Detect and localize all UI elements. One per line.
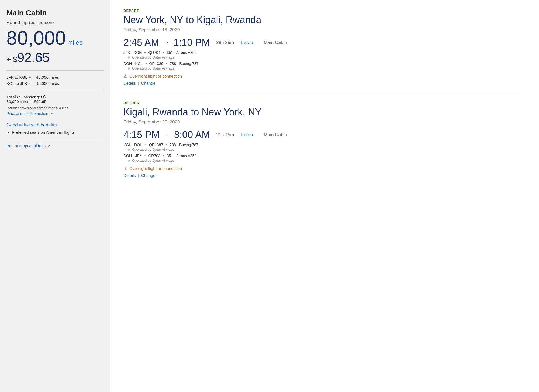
route-row-1: JFK to KGL → 40,000 miles bbox=[6, 75, 104, 80]
return-section-label: RETURN bbox=[123, 101, 526, 105]
depart-seg1-flight: QR704 bbox=[148, 50, 160, 55]
dot-2 bbox=[163, 52, 164, 53]
dot-7 bbox=[144, 155, 146, 156]
depart-seg2-aircraft: 788 - Boeing 787 bbox=[170, 61, 199, 66]
depart-arrive-time: 1:10 PM bbox=[174, 37, 210, 48]
depart-date: Friday, September 18, 2020 bbox=[123, 27, 526, 33]
total-value: 80,000 miles + $92.65 bbox=[6, 99, 104, 104]
return-separator: | bbox=[138, 173, 139, 178]
return-section: RETURN Kigali, Rwanda to New York, NY Fr… bbox=[123, 101, 526, 178]
depart-duration: 28h 25m bbox=[216, 40, 234, 45]
total-section: Total (all passengers) 80,000 miles + $9… bbox=[6, 95, 104, 104]
return-arrive-time: 8:00 AM bbox=[174, 129, 210, 140]
return-arrow-icon: → bbox=[164, 131, 170, 138]
depart-details-link[interactable]: Details bbox=[123, 81, 136, 85]
total-qualifier: (all passengers) bbox=[17, 95, 46, 99]
dot-1 bbox=[144, 52, 146, 53]
route-row-2: KGL to JFK ← 40,000 miles bbox=[6, 81, 104, 86]
depart-seg2-operated: Operated by Qatar Airways bbox=[132, 66, 174, 70]
depart-depart-time: 2:45 AM bbox=[123, 37, 159, 48]
route-miles-2: 40,000 miles bbox=[36, 81, 59, 86]
return-overnight-row: ⚠ Overnight flight or connection bbox=[123, 166, 526, 171]
good-value-title: Good value with benefits bbox=[6, 122, 104, 128]
section-divider bbox=[123, 93, 526, 93]
depart-separator: | bbox=[138, 81, 139, 85]
route-arrow-1: → bbox=[28, 75, 36, 80]
benefits-list: Preferred seats on American flights bbox=[6, 130, 104, 135]
miles-row: 80,000 miles bbox=[6, 27, 104, 49]
miles-amount: 80,000 bbox=[6, 27, 66, 49]
dot-5 bbox=[145, 144, 146, 145]
cash-row: + $92.65 bbox=[6, 50, 104, 65]
return-seg1-operated: Operated by Qatar Airways bbox=[132, 147, 174, 152]
depart-seg1-operated-row: Operated by Qatar Airways bbox=[128, 55, 526, 59]
bag-fees-link[interactable]: Bag and optional fees ↗ bbox=[6, 143, 50, 148]
depart-cabin: Main Cabin bbox=[264, 40, 287, 45]
return-action-row: Details | Change bbox=[123, 173, 526, 178]
cabin-title: Main Cabin bbox=[6, 9, 104, 17]
return-date: Friday, September 25, 2020 bbox=[123, 119, 526, 125]
return-depart-time: 4:15 PM bbox=[123, 129, 160, 140]
cash-prefix: + $ bbox=[6, 55, 17, 64]
total-bold: Total bbox=[6, 95, 16, 99]
total-label: Total (all passengers) bbox=[6, 95, 104, 99]
return-seg1-aircraft: 788 - Boeing 787 bbox=[170, 143, 198, 147]
depart-overnight-row: ⚠ Overnight flight or connection bbox=[123, 74, 526, 79]
tax-note: Includes taxes and carrier-imposed fees bbox=[6, 106, 104, 110]
return-segment-2-row: DOH - JFK QR703 351 - Airbus A350 bbox=[123, 154, 526, 158]
depart-change-link[interactable]: Change bbox=[141, 81, 156, 85]
sidebar: Main Cabin Round trip (per person) 80,00… bbox=[0, 0, 110, 392]
depart-overnight-label: Overnight flight or connection bbox=[129, 74, 182, 78]
return-details-link[interactable]: Details bbox=[123, 173, 136, 178]
depart-section-label: DEPART bbox=[123, 9, 526, 13]
dot-8 bbox=[163, 155, 164, 156]
depart-time-row: 2:45 AM → 1:10 PM 28h 25m 1 stop Main Ca… bbox=[123, 37, 526, 48]
dot-6 bbox=[166, 144, 167, 145]
return-warning-icon: ⚠ bbox=[123, 166, 127, 171]
depart-warning-icon: ⚠ bbox=[123, 74, 127, 79]
depart-section: DEPART New York, NY to Kigali, Rwanda Fr… bbox=[123, 9, 526, 85]
return-cabin: Main Cabin bbox=[264, 132, 287, 137]
depart-seg2-flight: QR1389 bbox=[149, 61, 163, 66]
operated-icon-3 bbox=[128, 149, 130, 151]
price-tax-label: Price and tax information bbox=[6, 111, 48, 116]
depart-seg2-operated-row: Operated by Qatar Airways bbox=[128, 66, 526, 70]
return-route-title: Kigali, Rwanda to New York, NY bbox=[123, 106, 526, 118]
depart-seg1-aircraft: 351 - Airbus A350 bbox=[167, 50, 197, 55]
return-seg1-operated-row: Operated by Qatar Airways bbox=[128, 147, 526, 152]
price-tax-link[interactable]: Price and tax information ↗ bbox=[6, 111, 53, 116]
depart-route-title: New York, NY to Kigali, Rwanda bbox=[123, 14, 526, 26]
route-table: JFK to KGL → 40,000 miles KGL to JFK ← 4… bbox=[6, 75, 104, 86]
divider-2 bbox=[6, 90, 104, 90]
divider-3 bbox=[6, 139, 104, 139]
return-overnight-label: Overnight flight or connection bbox=[129, 166, 182, 171]
good-value-section: Good value with benefits Preferred seats… bbox=[6, 122, 104, 135]
main-content: DEPART New York, NY to Kigali, Rwanda Fr… bbox=[110, 0, 539, 392]
depart-action-row: Details | Change bbox=[123, 81, 526, 85]
dot-4 bbox=[166, 63, 167, 64]
external-link-icon: ↗ bbox=[50, 112, 53, 115]
dot-3 bbox=[146, 63, 147, 64]
return-change-link[interactable]: Change bbox=[141, 173, 156, 178]
return-seg2-aircraft: 351 - Airbus A350 bbox=[167, 154, 197, 158]
divider-1 bbox=[6, 70, 104, 71]
return-seg1-flight: QR1387 bbox=[149, 143, 163, 147]
cash-amount: 92.65 bbox=[17, 50, 50, 65]
depart-stops: 1 stop bbox=[240, 40, 253, 45]
route-arrow-2: ← bbox=[28, 81, 36, 86]
return-segment-1-row: KGL - DOH QR1387 788 - Boeing 787 bbox=[123, 143, 526, 147]
depart-arrow-icon: → bbox=[163, 39, 169, 46]
route-code-2: KGL to JFK bbox=[6, 81, 28, 86]
return-duration: 21h 45m bbox=[216, 132, 234, 137]
benefit-item-1: Preferred seats on American flights bbox=[12, 130, 104, 135]
return-seg1-route: KGL - DOH bbox=[123, 143, 143, 147]
operated-icon-1 bbox=[128, 56, 130, 59]
return-seg2-operated-row: Operated by Qatar Airways bbox=[128, 159, 526, 163]
operated-icon-4 bbox=[128, 160, 130, 162]
depart-segment-2-row: DOH - KGL QR1389 788 - Boeing 787 bbox=[123, 61, 526, 66]
return-seg2-route: DOH - JFK bbox=[123, 154, 142, 158]
depart-seg1-operated: Operated by Qatar Airways bbox=[132, 55, 174, 59]
depart-segment-1-row: JFK - DOH QR704 351 - Airbus A350 bbox=[123, 50, 526, 55]
depart-seg2-route: DOH - KGL bbox=[123, 61, 143, 66]
depart-seg1-route: JFK - DOH bbox=[123, 50, 142, 55]
